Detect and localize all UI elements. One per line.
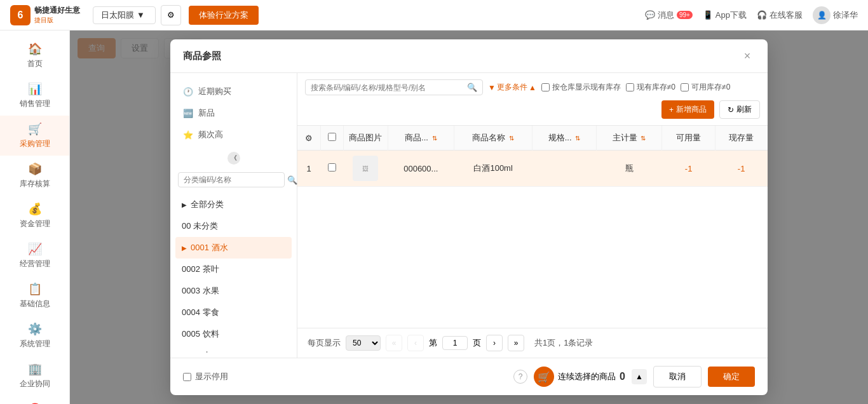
purchase-icon: 🛒 xyxy=(28,122,42,136)
nonzero-stock-checkbox[interactable]: 现有库存≠0 xyxy=(626,82,675,93)
nonzero-available-checkbox[interactable]: 可用库存≠0 xyxy=(681,82,730,93)
collapse-panel-button[interactable]: 《 xyxy=(227,152,240,165)
category-search-input[interactable] xyxy=(178,172,285,187)
quick-menu: 🕐 近期购买 🆕 新品 ⭐ 频次高 xyxy=(170,78,297,148)
quick-item-new[interactable]: 🆕 新品 xyxy=(175,102,292,124)
settings-button[interactable]: ⚙ xyxy=(161,5,181,25)
show-by-warehouse-input[interactable] xyxy=(541,83,550,91)
modal-close-button[interactable]: × xyxy=(740,48,755,64)
help-button[interactable]: ? xyxy=(513,370,527,384)
col-header-unit[interactable]: 主计量 ⇅ xyxy=(596,126,662,151)
show-disabled-input[interactable] xyxy=(183,373,191,381)
product-image: 🖼 xyxy=(353,156,378,181)
category-item-0002[interactable]: 0002 茶叶 xyxy=(175,259,292,280)
row-name: 白酒100ml xyxy=(454,151,532,187)
select-all-checkbox[interactable] xyxy=(328,133,336,141)
col-header-code[interactable]: 商品... ⇅ xyxy=(388,126,454,151)
footer-right: ? 🛒 连续选择的商品 0 ▲ 取消 确定 xyxy=(513,366,755,387)
table-header-row: ⚙ 商品图片 商品... ⇅ xyxy=(297,126,768,151)
sidebar-item-home[interactable]: 🏠 首页 xyxy=(0,36,69,76)
table-row[interactable]: 1 🖼 xyxy=(297,151,768,187)
download-icon: 📱 xyxy=(703,10,713,20)
last-page-button[interactable]: » xyxy=(508,335,524,351)
quick-item-frequent[interactable]: ⭐ 频次高 xyxy=(175,124,292,145)
nav-dropdown-store[interactable]: 日太阳膜 ▼ xyxy=(93,6,156,24)
modal-header: 商品参照 × xyxy=(170,39,768,73)
modal-overlay: 商品参照 × 🕐 近期购买 🆕 xyxy=(70,30,868,404)
first-page-button[interactable]: « xyxy=(386,335,402,351)
sidebar-item-inventory[interactable]: 📦 库存核算 xyxy=(0,156,69,196)
more-conditions-button[interactable]: ▼ 更多条件 ▲ xyxy=(488,82,536,93)
basic-icon: 📋 xyxy=(28,282,42,296)
logo-icon: 6 xyxy=(10,5,31,25)
sort-icon-name: ⇅ xyxy=(509,135,514,142)
category-item-0001[interactable]: ▶ 0001 酒水 xyxy=(175,237,292,259)
row-available: -1 xyxy=(662,151,715,187)
sidebar-item-guide[interactable]: 🎯 新手引导 xyxy=(0,396,69,404)
refresh-button[interactable]: ↻ 刷新 xyxy=(719,100,760,119)
experience-button[interactable]: 体验行业方案 xyxy=(189,6,259,25)
category-item-all[interactable]: ▶ 全部分类 xyxy=(175,194,292,215)
category-list: ▶ 全部分类 00 未分类 ▶ 0001 酒水 0002 茶 xyxy=(170,191,297,353)
modal-body: 🕐 近期购买 🆕 新品 ⭐ 频次高 xyxy=(170,73,768,358)
col-header-name[interactable]: 商品名称 ⇅ xyxy=(454,126,532,151)
category-item-00[interactable]: 00 未分类 xyxy=(175,215,292,237)
total-info: 共1页，1条记录 xyxy=(534,337,593,349)
search-icon[interactable]: 🔍 xyxy=(467,83,477,92)
plus-icon: + xyxy=(669,105,674,114)
ops-icon: 📈 xyxy=(28,242,42,256)
sidebar-item-purchase[interactable]: 🛒 采购管理 xyxy=(0,116,69,156)
per-page-select[interactable]: 50 100 xyxy=(346,335,381,351)
prev-page-button[interactable]: ‹ xyxy=(407,335,424,351)
category-item-0004[interactable]: 0004 零食 xyxy=(175,302,292,323)
sales-icon: 📊 xyxy=(28,82,42,96)
sidebar-item-basic[interactable]: 📋 基础信息 xyxy=(0,276,69,316)
bell-icon: 💬 xyxy=(645,10,655,20)
row-select-checkbox[interactable] xyxy=(328,163,336,172)
show-by-warehouse-checkbox[interactable]: 按仓库显示现有库存 xyxy=(541,82,621,93)
sidebar-item-ops[interactable]: 📈 经营管理 xyxy=(0,236,69,276)
page-unit-label: 页 xyxy=(473,337,481,349)
user-profile[interactable]: 👤 徐泽华 xyxy=(813,6,858,24)
page-number-input[interactable] xyxy=(442,336,468,350)
sidebar-item-finance[interactable]: 💰 资金管理 xyxy=(0,196,69,236)
col-header-image: 商品图片 xyxy=(343,126,388,151)
gear-icon[interactable]: ⚙ xyxy=(305,133,313,143)
messages-button[interactable]: 💬 消息 99+ xyxy=(645,10,693,21)
show-disabled-checkbox[interactable]: 显示停用 xyxy=(183,371,228,382)
frequent-icon: ⭐ xyxy=(183,130,193,140)
nonzero-available-input[interactable] xyxy=(681,83,689,91)
category-item-0008[interactable]: 0008 水 xyxy=(175,345,292,353)
online-service-button[interactable]: 🎧 在线客服 xyxy=(757,10,803,21)
quick-item-recent[interactable]: 🕐 近期购买 xyxy=(175,81,292,102)
category-search-icon[interactable]: 🔍 xyxy=(287,175,297,185)
nonzero-stock-input[interactable] xyxy=(626,83,634,91)
recent-icon: 🕐 xyxy=(183,87,193,97)
filter-bar: 🔍 ▼ 更多条件 ▲ 按仓库显示现有库存 xyxy=(297,73,768,126)
right-panel: 🔍 ▼ 更多条件 ▲ 按仓库显示现有库存 xyxy=(297,73,768,358)
sort-icon-code: ⇅ xyxy=(432,135,437,142)
cart-area: 🛒 连续选择的商品 0 xyxy=(534,367,625,387)
col-header-spec[interactable]: 规格... ⇅ xyxy=(532,126,596,151)
per-page-label: 每页显示 xyxy=(308,337,341,349)
logo-text: 畅捷通好生意 捷目版 xyxy=(34,5,80,25)
category-item-0005[interactable]: 0005 饮料 xyxy=(175,323,292,345)
pagination-bar: 每页显示 50 100 « ‹ 第 页 › » 共 xyxy=(297,328,768,358)
next-page-button[interactable]: › xyxy=(486,335,503,351)
sidebar-item-enterprise[interactable]: 🏢 企业协同 xyxy=(0,356,69,396)
sidebar-item-sales[interactable]: 📊 销售管理 xyxy=(0,76,69,116)
category-item-0003[interactable]: 0003 水果 xyxy=(175,280,292,302)
sidebar-item-system[interactable]: ⚙️ 系统管理 xyxy=(0,316,69,356)
cancel-button[interactable]: 取消 xyxy=(653,366,702,387)
system-icon: ⚙️ xyxy=(28,322,42,336)
cart-icon[interactable]: 🛒 xyxy=(534,367,554,387)
row-checkbox[interactable] xyxy=(320,151,343,187)
finance-icon: 💰 xyxy=(28,202,42,216)
row-image: 🖼 xyxy=(343,151,388,187)
image-placeholder-icon: 🖼 xyxy=(362,165,369,172)
confirm-button[interactable]: 确定 xyxy=(708,367,755,387)
add-product-button[interactable]: + 新增商品 xyxy=(661,100,714,119)
collapse-footer-button[interactable]: ▲ xyxy=(632,369,647,384)
product-search-input[interactable] xyxy=(311,83,465,92)
app-download-button[interactable]: 📱 App下载 xyxy=(703,10,747,21)
